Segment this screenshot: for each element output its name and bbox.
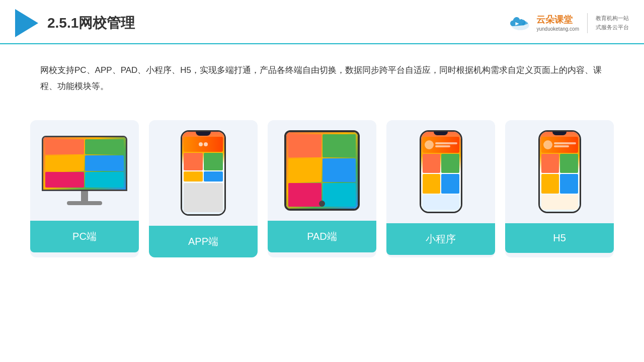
phone-screen [182, 132, 224, 214]
h5-block-2 [560, 154, 578, 173]
mini-phone-notch [434, 132, 448, 135]
card-pc-label: PC端 [30, 221, 139, 252]
mini-text-line-1 [435, 142, 457, 144]
header-right: 云朵课堂 yunduoketang.com 教育机构一站 式服务云平台 [508, 13, 629, 33]
phone-block-4 [204, 171, 223, 182]
brand-name-part1: 云朵 [536, 15, 554, 25]
screen-block-5 [45, 172, 84, 188]
h5-phone-notch [552, 132, 567, 135]
card-h5-label: H5 [505, 223, 614, 253]
card-h5[interactable]: H5 [505, 120, 614, 257]
card-pc-image [30, 120, 139, 221]
brand-slogan: 教育机构一站 式服务云平台 [596, 14, 629, 32]
h5-avatar [543, 140, 552, 149]
brand-domain: yunduoketang.com [536, 26, 579, 32]
h5-block-4 [560, 174, 578, 194]
monitor-base [67, 201, 102, 205]
phone-notch [196, 132, 211, 136]
tablet-block-2 [323, 134, 356, 158]
cloud-icon [508, 14, 532, 32]
page-title: 2.5.1网校管理 [47, 14, 135, 33]
app-phone-mockup [181, 130, 226, 216]
miniapp-phone-mockup [420, 130, 462, 213]
card-miniapp[interactable]: 小程序 [386, 120, 495, 257]
mini-screen-top [423, 137, 459, 153]
phone-block-1 [184, 153, 203, 170]
h5-screen-top [541, 137, 578, 153]
mini-text-line-2 [435, 145, 451, 147]
h5-block-1 [541, 154, 559, 173]
slogan-line2: 式服务云平台 [596, 23, 629, 32]
brand-divider [587, 13, 588, 33]
tablet-mockup [284, 130, 360, 211]
brand-text: 云朵课堂 yunduoketang.com [536, 14, 579, 32]
card-app-image [149, 120, 258, 226]
monitor-neck [81, 191, 88, 201]
mini-footer-block [423, 195, 459, 210]
phone-block-3 [204, 153, 223, 170]
brand-name-part2: 课堂 [554, 15, 573, 25]
mini-text-block [435, 142, 457, 147]
card-miniapp-label: 小程序 [386, 223, 495, 255]
h5-phone-mockup [538, 130, 581, 213]
tablet-block-4 [323, 158, 356, 182]
brand-name: 云朵课堂 [536, 14, 579, 26]
phone-screen-header [184, 137, 223, 152]
h5-block-3 [541, 174, 559, 194]
slogan-line1: 教育机构一站 [596, 14, 629, 23]
mini-block-3 [423, 174, 441, 194]
screen-block-1 [45, 139, 84, 155]
phone-screen-body-2 [184, 183, 223, 212]
logo-triangle-icon [15, 9, 38, 37]
mini-avatar [425, 140, 434, 149]
screen-block-4 [85, 155, 124, 171]
phone-screen-body-1 [184, 153, 223, 182]
tablet-block-1 [288, 134, 321, 158]
tablet-block-6 [323, 183, 356, 207]
tablet-screen [286, 132, 358, 209]
phone-col-2 [204, 153, 223, 182]
card-miniapp-image [386, 120, 495, 223]
tablet-block-5 [288, 183, 321, 207]
monitor-screen [43, 137, 126, 190]
description-text: 网校支持PC、APP、PAD、小程序、H5，实现多端打通，产品各终端自由切换，数… [0, 44, 644, 105]
phone-block-2 [184, 171, 203, 182]
header-left: 2.5.1网校管理 [15, 9, 135, 37]
card-pad-label: PAD端 [268, 221, 376, 252]
mini-block-2 [441, 154, 459, 173]
phone-content-block [184, 183, 223, 212]
cards-container: PC端 [0, 105, 644, 257]
card-app[interactable]: APP端 [149, 120, 258, 257]
mini-phone-screen [421, 132, 461, 212]
screen-block-6 [85, 172, 124, 188]
h5-text-block [554, 142, 576, 147]
mini-block-4 [441, 174, 459, 194]
tablet-home-button [319, 201, 325, 207]
h5-text-line-2 [554, 145, 570, 147]
screen-block-2 [85, 139, 124, 155]
phone-col-1 [184, 153, 203, 182]
tablet-block-3 [288, 158, 321, 182]
mini-block-1 [423, 154, 441, 173]
h5-text-line-1 [554, 142, 576, 144]
screen-block-3 [45, 155, 84, 171]
description-paragraph: 网校支持PC、APP、PAD、小程序、H5，实现多端打通，产品各终端自由切换，数… [40, 62, 604, 95]
header: 2.5.1网校管理 云朵课堂 yunduoketang.com 教育机构一站 式… [0, 0, 644, 44]
card-pad-image [268, 120, 376, 221]
header-dot-1 [199, 142, 203, 146]
h5-screen-grid [541, 154, 578, 194]
header-dot-2 [204, 142, 208, 146]
h5-phone-screen [540, 132, 580, 212]
card-h5-image [505, 120, 614, 223]
cloud-logo [508, 14, 532, 32]
card-pc[interactable]: PC端 [30, 120, 139, 257]
monitor-body [42, 136, 127, 191]
mini-screen-grid [423, 154, 459, 194]
h5-footer-block [541, 195, 578, 210]
pc-mockup [42, 136, 127, 205]
card-app-label: APP端 [149, 226, 258, 257]
card-pad[interactable]: PAD端 [268, 120, 376, 257]
